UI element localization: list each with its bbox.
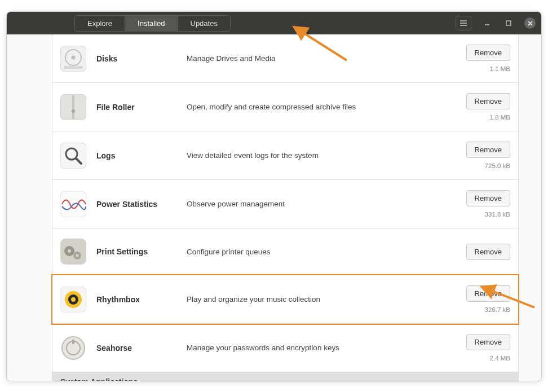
app-name: Seahorse bbox=[96, 343, 187, 353]
app-desc: Play and organize your music collection bbox=[187, 295, 459, 303]
titlebar: Explore Installed Updates bbox=[7, 12, 541, 34]
remove-button[interactable]: Remove bbox=[466, 334, 510, 350]
maximize-icon bbox=[506, 20, 511, 26]
app-name: Power Statistics bbox=[96, 200, 187, 209]
remove-button[interactable]: Remove bbox=[466, 285, 510, 302]
app-row-file-roller[interactable]: File Roller Open, modify and create comp… bbox=[52, 83, 518, 131]
close-button[interactable] bbox=[524, 17, 536, 29]
seahorse-icon bbox=[60, 335, 86, 361]
minimize-icon bbox=[484, 20, 490, 26]
disks-icon bbox=[60, 46, 86, 72]
svg-point-20 bbox=[71, 297, 76, 302]
svg-rect-8 bbox=[60, 143, 86, 169]
hamburger-icon bbox=[460, 20, 467, 26]
svg-point-16 bbox=[76, 254, 79, 257]
app-size: 1.8 MB bbox=[459, 114, 510, 121]
app-row-logs[interactable]: Logs View detailed event logs for the sy… bbox=[52, 131, 518, 180]
app-desc: Configure printer queues bbox=[187, 248, 459, 256]
app-list: Disks Manage Drives and Media Remove 1.1… bbox=[52, 34, 519, 381]
section-header: System Applications bbox=[52, 372, 518, 381]
app-row-disks[interactable]: Disks Manage Drives and Media Remove 1.1… bbox=[52, 34, 518, 83]
app-row-rhythmbox[interactable]: Rhythmbox Play and organize your music c… bbox=[52, 275, 518, 324]
logs-icon bbox=[60, 143, 86, 169]
svg-rect-0 bbox=[506, 21, 511, 25]
rhythmbox-icon bbox=[60, 287, 86, 312]
app-name: Disks bbox=[96, 54, 187, 63]
power-statistics-icon bbox=[60, 191, 86, 217]
app-desc: Manage Drives and Media bbox=[187, 54, 459, 63]
app-desc: Observe power management bbox=[187, 200, 459, 208]
remove-button[interactable]: Remove bbox=[466, 45, 510, 61]
file-roller-icon bbox=[60, 94, 86, 120]
svg-rect-23 bbox=[72, 340, 74, 344]
app-name: Rhythmbox bbox=[96, 295, 187, 304]
remove-button[interactable]: Remove bbox=[466, 190, 510, 206]
app-name: Logs bbox=[96, 151, 187, 160]
remove-button[interactable]: Remove bbox=[466, 142, 510, 158]
tab-updates[interactable]: Updates bbox=[178, 16, 230, 31]
app-size: 331.8 kB bbox=[459, 211, 510, 218]
app-name: Print Settings bbox=[96, 247, 187, 256]
app-desc: View detailed event logs for the system bbox=[187, 151, 459, 160]
close-icon bbox=[528, 21, 533, 26]
tab-explore[interactable]: Explore bbox=[75, 16, 125, 31]
app-size: 725.0 kB bbox=[459, 162, 510, 169]
remove-button[interactable]: Remove bbox=[466, 93, 510, 109]
app-row-seahorse[interactable]: Seahorse Manage your passwords and encry… bbox=[52, 324, 518, 372]
app-size: 326.7 kB bbox=[459, 306, 510, 313]
content-area[interactable]: Disks Manage Drives and Media Remove 1.1… bbox=[7, 34, 541, 381]
app-name: File Roller bbox=[96, 103, 187, 112]
svg-point-3 bbox=[72, 55, 76, 59]
minimize-button[interactable] bbox=[481, 17, 493, 29]
maximize-button[interactable] bbox=[503, 17, 514, 29]
app-row-power-statistics[interactable]: Power Statistics Observe power managemen… bbox=[52, 180, 518, 228]
remove-button[interactable]: Remove bbox=[466, 244, 510, 260]
svg-point-15 bbox=[68, 249, 71, 253]
app-desc: Manage your passwords and encryption key… bbox=[187, 343, 459, 352]
print-settings-icon bbox=[60, 239, 86, 265]
tab-installed[interactable]: Installed bbox=[125, 16, 178, 31]
app-row-print-settings[interactable]: Print Settings Configure printer queues … bbox=[52, 228, 518, 275]
app-size: 1.1 MB bbox=[459, 65, 510, 72]
software-window: Explore Installed Updates bbox=[6, 11, 542, 381]
svg-point-7 bbox=[72, 109, 75, 113]
tab-group: Explore Installed Updates bbox=[74, 15, 231, 32]
menu-button[interactable] bbox=[456, 16, 471, 30]
svg-rect-6 bbox=[72, 95, 74, 119]
app-desc: Open, modify and create compressed archi… bbox=[187, 103, 459, 111]
app-size: 2.4 MB bbox=[459, 355, 510, 362]
svg-rect-4 bbox=[64, 66, 83, 69]
